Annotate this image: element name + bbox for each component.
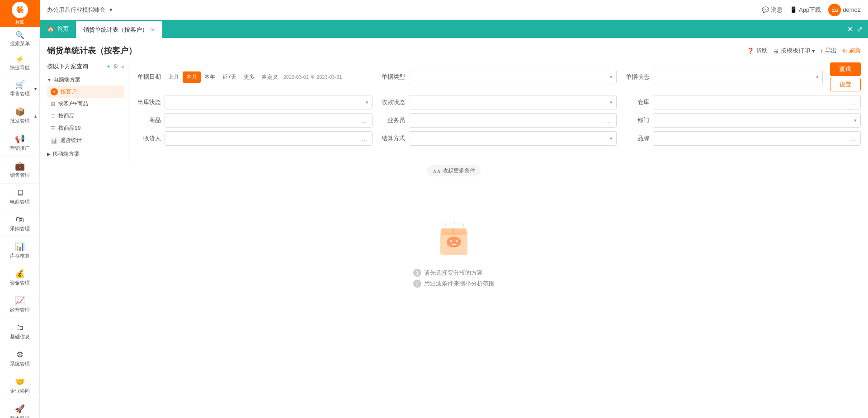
- scheme-item-by-customer-goods-label: 按客户+商品: [58, 100, 88, 108]
- scheme-add-icon[interactable]: +: [107, 63, 110, 70]
- scheme-group-desktop-title[interactable]: ▼ 电脑端方案: [47, 74, 124, 86]
- settlement-select[interactable]: ▾: [409, 131, 617, 146]
- tab-sales-stat-label: 销货单统计表（按客户）: [83, 26, 148, 34]
- tabs-bar: 🏠 首页 销货单统计表（按客户） ✕ ✕ ⤢: [40, 20, 868, 38]
- sidebar-item-purchase-label: 采购管理: [10, 225, 30, 232]
- date-btn-more[interactable]: 更多: [240, 71, 258, 83]
- scheme-item-by-goods[interactable]: ☰ 按商品: [47, 110, 124, 122]
- filter-row-receiver: 收货人 …: [136, 131, 373, 146]
- query-button[interactable]: 查询: [830, 62, 861, 76]
- brand-input[interactable]: …: [653, 131, 861, 146]
- tab-close-icon[interactable]: ✕: [151, 27, 155, 33]
- refresh-button[interactable]: ↻ 刷新: [842, 47, 861, 55]
- order-type-label: 单据类型: [380, 73, 405, 81]
- brand-dots-icon: …: [850, 135, 857, 142]
- tab-home[interactable]: 🏠 首页: [40, 20, 76, 38]
- order-status-select[interactable]: ▾: [653, 70, 823, 84]
- sidebar-search-item[interactable]: 🔍 搜索菜单: [0, 27, 39, 51]
- print-button[interactable]: 🖨 按模板打印 ▾: [773, 47, 815, 55]
- app-download-button[interactable]: 📱 App下载: [790, 6, 821, 14]
- settings-button[interactable]: 设置: [830, 78, 861, 91]
- scheme-settings-icon[interactable]: ⚙: [113, 63, 118, 70]
- salesperson-input[interactable]: …: [409, 113, 617, 128]
- scheme-item-return-stat[interactable]: 📊 退货统计: [47, 134, 124, 147]
- collapse-up-icon: ∧∧: [433, 168, 441, 174]
- marketing-icon: 📢: [15, 134, 25, 144]
- header-right: 💬 消息 📱 App下载 Ea demo2: [762, 4, 861, 16]
- scheme-item-by-customer-goods[interactable]: ⊞ 按客户+商品: [47, 98, 124, 110]
- empty-state: 1 请先选择要分析的方案 2 用过滤条件来缩小分析范围: [47, 180, 861, 324]
- avatar: Ea: [828, 4, 841, 16]
- sidebar-item-ecommerce[interactable]: 🖥 电商管理: [0, 184, 39, 210]
- sidebar-nav: 🛒 零售管理 ▾ 📦 批发管理 ▴ 📢 营销推广 💼 销售管理 🖥 电商管理 🛍…: [0, 75, 39, 418]
- sidebar-item-inventory[interactable]: 📊 库存核算: [0, 237, 39, 264]
- receiver-control: …: [165, 131, 373, 146]
- content-area: 销货单统计表（按客户） ❓ 帮助 🖨 按模板打印 ▾ ↑ 导出: [40, 38, 868, 418]
- payment-status-control: ▾: [409, 95, 617, 109]
- export-button[interactable]: ↑ 导出: [821, 47, 837, 55]
- sidebar-item-operations[interactable]: 📈 经营管理: [0, 291, 39, 318]
- help-button[interactable]: ❓ 帮助: [747, 47, 768, 55]
- date-btn-7days[interactable]: 近7天: [219, 71, 240, 83]
- sidebar-item-cooperation-label: 企业协同: [10, 388, 30, 394]
- scheme-panel: 按以下方案查询 + ⚙ « ▼ 电脑端方案: [47, 62, 128, 162]
- sidebar-item-finance[interactable]: 💰 资金管理: [0, 264, 39, 291]
- empty-hint-2-label: 用过滤条件来缩小分析范围: [424, 280, 495, 288]
- receiver-input[interactable]: …: [165, 131, 373, 146]
- message-label: 消息: [771, 6, 783, 14]
- sidebar-item-retail-label: 零售管理: [10, 90, 30, 97]
- tab-minimize-icon[interactable]: ✕: [847, 25, 853, 33]
- order-type-control: ▾: [409, 70, 617, 84]
- sidebar-item-retail[interactable]: 🛒 零售管理 ▾: [0, 75, 39, 102]
- sidebar-search-label: 搜索菜单: [10, 40, 30, 47]
- settlement-control: ▾: [409, 131, 617, 146]
- home-icon: 🏠: [47, 26, 54, 33]
- department-select[interactable]: ▾: [653, 113, 861, 128]
- sidebar-item-purchase[interactable]: 🛍 采购管理: [0, 210, 39, 237]
- date-range-display: 2023-03-01 至 2023-03-31: [283, 74, 342, 81]
- scheme-collapse-icon[interactable]: «: [121, 63, 124, 70]
- date-btn-last-month[interactable]: 上月: [165, 71, 183, 83]
- user-profile-button[interactable]: Ea demo2: [828, 4, 861, 16]
- collapse-label: 收起更多条件: [443, 167, 475, 175]
- ship-status-dropdown-icon: ▾: [366, 100, 368, 105]
- scheme-group-desktop: ▼ 电脑端方案 ● 按客户 ⊞ 按客户+: [47, 74, 124, 147]
- empty-hint-1-label: 请先选择要分析的方案: [424, 269, 483, 277]
- filter-row-order-type: 单据类型 ▾: [380, 62, 617, 91]
- search-icon: 🔍: [15, 31, 24, 39]
- main-content: 办公用品行业模拟账套 ▾ 💬 消息 📱 App下载 Ea demo2 🏠 首页: [40, 0, 868, 418]
- sidebar-item-system[interactable]: ⚙ 系统管理: [0, 345, 39, 372]
- empty-state-illustration: [427, 216, 481, 261]
- salesperson-control: …: [409, 113, 617, 128]
- scheme-group-mobile-title[interactable]: ▶ 移动端方案: [47, 148, 124, 160]
- department-dropdown-icon: ▾: [854, 118, 857, 124]
- tab-expand-icon[interactable]: ⤢: [857, 25, 863, 33]
- warehouse-input[interactable]: …: [653, 95, 861, 109]
- date-btn-this-year[interactable]: 本年: [201, 71, 219, 83]
- ship-status-select[interactable]: ▾: [165, 95, 373, 109]
- sidebar-item-newuser-label: 新手引导: [10, 415, 30, 418]
- scheme-item-by-goods-99[interactable]: ☰ 按商品99: [47, 122, 124, 134]
- collapse-button[interactable]: ∧∧ 收起更多条件: [427, 165, 481, 176]
- brand-label: 品牌: [624, 134, 649, 142]
- scheme-item-by-customer[interactable]: ● 按客户: [47, 86, 124, 98]
- tab-sales-stat[interactable]: 销货单统计表（按客户） ✕: [76, 21, 162, 39]
- hint-num-1: 1: [413, 269, 421, 277]
- date-btn-custom[interactable]: 自定义: [258, 71, 282, 83]
- sidebar-item-marketing[interactable]: 📢 营销推广: [0, 129, 39, 157]
- sidebar-item-newuser[interactable]: 🚀 新手引导: [0, 399, 39, 418]
- message-button[interactable]: 💬 消息: [762, 6, 783, 14]
- sidebar-item-cooperation[interactable]: 🤝 企业协同: [0, 372, 39, 399]
- brand-control: …: [653, 131, 861, 146]
- goods-input[interactable]: …: [165, 113, 373, 128]
- print-icon: 🖨: [773, 48, 779, 54]
- sidebar-item-basicinfo[interactable]: 🗂 基础信息: [0, 318, 39, 345]
- sidebar-quicknav-item[interactable]: ⚡ 快捷导航: [0, 51, 39, 75]
- payment-status-select[interactable]: ▾: [409, 95, 617, 109]
- order-type-select[interactable]: ▾: [409, 70, 617, 84]
- receiver-label: 收货人: [136, 134, 161, 142]
- date-btn-this-month[interactable]: 本月: [183, 71, 201, 83]
- sidebar-item-wholesale[interactable]: 📦 批发管理 ▴: [0, 102, 39, 129]
- sidebar-item-ecommerce-label: 电商管理: [10, 199, 30, 205]
- sidebar-item-sales[interactable]: 💼 销售管理: [0, 157, 39, 184]
